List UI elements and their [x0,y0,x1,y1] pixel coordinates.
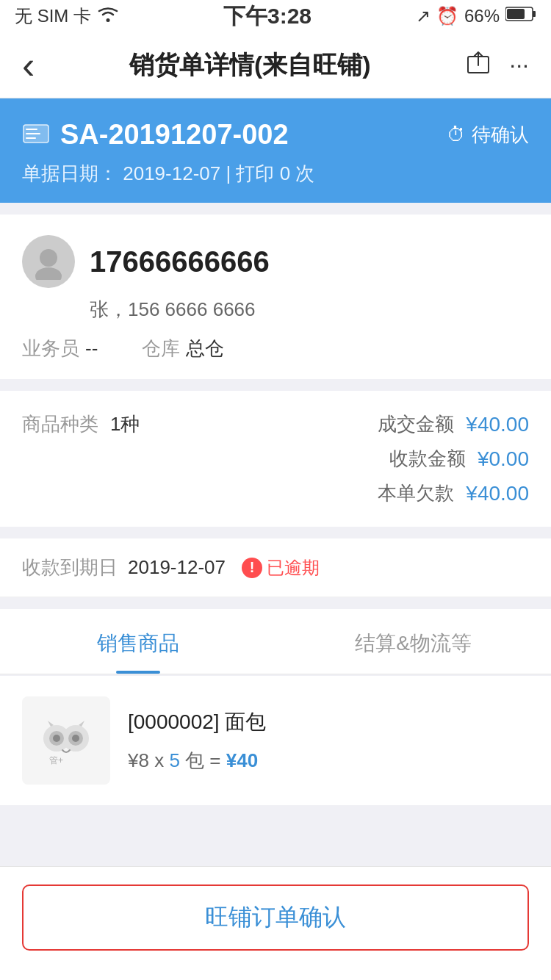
battery-text: 66% [464,6,500,26]
svg-point-0 [107,18,110,22]
svg-point-13 [72,735,79,742]
amounts-grid: 商品种类 1种 成交金额 ¥40.00 收款金额 ¥0.00 本单欠款 ¥40.… [22,411,529,506]
more-button[interactable]: ··· [509,51,529,79]
product-info: [0000002] 面包 ¥8 x 5 包 = ¥40 [128,708,529,774]
customer-card: 17666666666 张，156 6666 6666 业务员 -- 仓库 总仓 [0,215,551,379]
product-qty: 5 [169,749,179,771]
order-date: 单据日期： 2019-12-07 | 打印 0 次 [22,161,529,187]
overdue-text: 已逾期 [267,556,320,580]
status-bar: 无 SIM 卡 下午3:28 ↗ ⏰ 66% [0,0,551,32]
svg-point-7 [35,267,62,280]
svg-point-12 [53,735,60,742]
sales-label: 业务员 [22,336,79,361]
wangpu-confirm-button[interactable]: 旺铺订单确认 [22,884,529,951]
order-id: SA-20191207-002 [22,119,289,151]
share-button[interactable] [465,49,491,82]
svg-rect-3 [507,9,525,19]
deal-amount-label: 成交金额 [378,411,454,437]
tab-settlement-label: 结算&物流等 [355,632,472,655]
customer-name: 张，156 6666 6666 [90,297,529,323]
date-value: 2019-12-07 [123,162,220,184]
product-thumbnail: 管+ [22,696,110,785]
print-unit: 次 [295,162,314,184]
order-header-card: SA-20191207-002 ⏱ 待确认 单据日期： 2019-12-07 |… [0,98,551,203]
tab-settlement[interactable]: 结算&物流等 [276,609,551,674]
page-title: 销货单详情(来自旺铺) [129,48,371,82]
svg-rect-2 [533,11,536,17]
due-date-label: 收款到期日 [22,555,118,580]
customer-top: 17666666666 [22,235,529,288]
warehouse-value: 总仓 [186,336,224,361]
no-sim-text: 无 SIM 卡 [15,4,91,28]
overdue-badge: ! 已逾期 [242,556,320,580]
product-total: ¥40 [226,749,258,771]
nav-bar: 销货单详情(来自旺铺) ··· [0,32,551,98]
location-icon: ↗ [416,6,431,26]
sales-value: -- [85,337,98,360]
product-unit-price: ¥8 [128,749,149,771]
status-left: 无 SIM 卡 [15,4,119,28]
warehouse-label: 仓库 [142,336,180,361]
product-list: 管+ [0000002] 面包 ¥8 x 5 包 = ¥40 [0,676,551,805]
owed-amount-value: ¥40.00 [466,482,529,505]
product-type-section: 商品种类 1种 [22,411,378,437]
due-date-value: 2019-12-07 [128,556,226,579]
received-amount-value: ¥0.00 [478,447,529,471]
equals-sign: = [209,749,226,771]
deal-amount-value: ¥40.00 [466,413,529,436]
product-name: [0000002] 面包 [128,708,529,736]
order-icon [22,119,50,151]
order-id-text: SA-20191207-002 [60,119,289,151]
status-time: 下午3:28 [223,1,311,32]
status-text: 待确认 [472,122,529,148]
battery-icon [505,6,536,26]
bottom-bar: 旺铺订单确认 [0,866,551,980]
product-type-value: 1种 [110,411,140,437]
owed-amount-row: 本单欠款 ¥40.00 [378,480,529,506]
date-label: 单据日期： [22,162,118,184]
multiply-sign: x [154,749,169,771]
status-right: ↗ ⏰ 66% [416,6,536,26]
tabs-container: 销售商品 结算&物流等 [0,609,551,674]
product-qty-unit: 包 [185,749,204,771]
owed-amount-label: 本单欠款 [378,480,454,506]
print-count: 0 [280,162,290,184]
tab-sales-goods[interactable]: 销售商品 [0,609,276,674]
customer-meta: 业务员 -- 仓库 总仓 [22,336,529,361]
product-item: 管+ [0000002] 面包 ¥8 x 5 包 = ¥40 [0,676,551,805]
alarm-icon: ⏰ [436,6,458,26]
amounts-right: 成交金额 ¥40.00 收款金额 ¥0.00 本单欠款 ¥40.00 [378,411,529,506]
received-amount-label: 收款金额 [389,446,466,472]
wifi-icon [97,6,119,26]
tab-sales-goods-label: 销售商品 [97,632,179,655]
svg-point-6 [40,249,57,267]
svg-text:管+: 管+ [49,755,63,765]
clock-icon: ⏱ [447,123,466,146]
deal-amount-row: 成交金额 ¥40.00 [378,411,529,437]
order-id-row: SA-20191207-002 ⏱ 待确认 [22,119,529,151]
product-type-label: 商品种类 [22,411,98,437]
due-date-card: 收款到期日 2019-12-07 ! 已逾期 [0,538,551,597]
received-amount-row: 收款金额 ¥0.00 [389,446,529,472]
nav-actions: ··· [465,49,529,82]
product-price: ¥8 x 5 包 = ¥40 [128,748,529,774]
customer-phone: 17666666666 [90,245,270,278]
product-name-text: 面包 [225,710,266,733]
order-status: ⏱ 待确认 [447,122,529,148]
overdue-icon: ! [242,558,262,578]
product-code: [0000002] [128,710,220,733]
back-button[interactable] [22,43,35,87]
amounts-card: 商品种类 1种 成交金额 ¥40.00 收款金额 ¥0.00 本单欠款 ¥40.… [0,391,551,527]
avatar [22,235,75,288]
